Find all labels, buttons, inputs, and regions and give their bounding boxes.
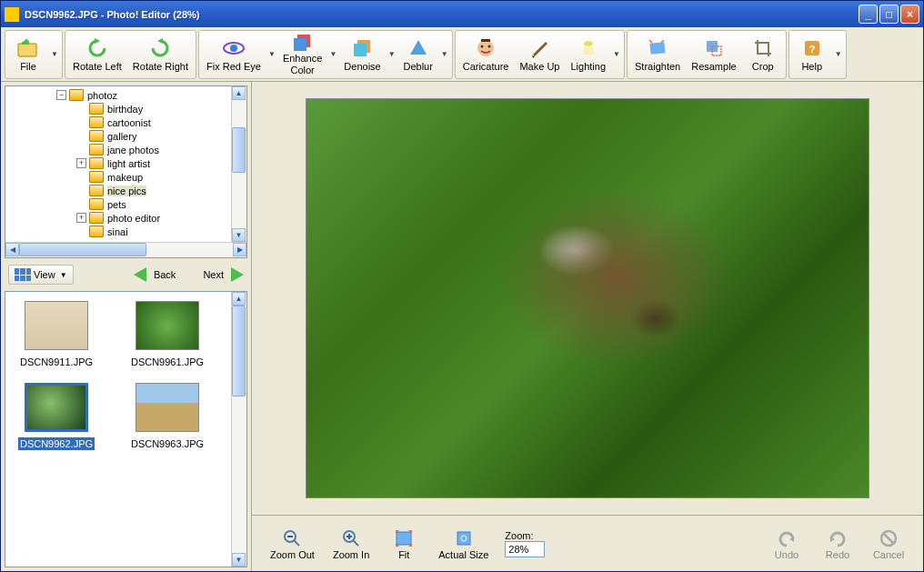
tree-item[interactable]: makeup [11, 170, 231, 184]
scroll-up-icon[interactable]: ▲ [232, 292, 246, 306]
undo-button[interactable]: Undo [761, 519, 812, 568]
thumbnail[interactable]: DSCN9962.JPG [15, 383, 98, 450]
minimize-button[interactable]: _ [859, 5, 878, 24]
zoom-input[interactable] [505, 541, 545, 557]
tree-item[interactable]: pets [11, 197, 231, 211]
folder-icon [89, 157, 104, 169]
eye-icon [222, 35, 246, 61]
thumbnail[interactable]: DSCN9963.JPG [126, 383, 209, 450]
crop-icon [753, 35, 773, 61]
thumbnail-name: DSCN9911.JPG [18, 356, 95, 368]
svg-rect-0 [18, 44, 36, 56]
deblur-button[interactable]: Deblur [397, 32, 439, 77]
svg-line-28 [883, 533, 894, 544]
folder-icon [89, 130, 104, 142]
zoom-in-icon [341, 527, 361, 549]
tree-item[interactable]: gallery [11, 129, 231, 143]
tree-item-label: makeup [107, 172, 143, 183]
tree-item[interactable]: cartoonist [11, 115, 231, 129]
thumbnails-icon [15, 268, 31, 281]
maximize-button[interactable]: □ [879, 5, 899, 24]
help-dropdown[interactable]: ▼ [833, 32, 844, 77]
thumbnail[interactable]: DSCN9911.JPG [15, 301, 98, 368]
thumbnail-image [136, 383, 199, 432]
rotate-right-button[interactable]: Rotate Right [127, 32, 194, 77]
tree-item[interactable]: +light artist [11, 156, 231, 170]
image-canvas-area[interactable] [252, 82, 923, 515]
collapse-icon[interactable]: − [56, 90, 66, 100]
window-title: DSCN9962.JPG - Photo! Editor (28%) [25, 9, 859, 20]
zoom-in-button[interactable]: Zoom In [324, 519, 378, 568]
enhance-color-button[interactable]: Enhance Color [277, 32, 327, 77]
zoom-out-button[interactable]: Zoom Out [261, 519, 324, 568]
scroll-thumb[interactable] [19, 243, 146, 256]
back-label[interactable]: Back [152, 269, 177, 280]
expand-icon[interactable]: + [76, 158, 86, 168]
deblur-dropdown[interactable]: ▼ [439, 32, 450, 77]
tree-item[interactable]: sinai [11, 225, 231, 238]
scroll-left-icon[interactable]: ◀ [5, 243, 19, 256]
file-button[interactable]: File [7, 32, 49, 77]
tree-item[interactable]: birthday [11, 102, 231, 115]
thumbnail-grid[interactable]: DSCN9911.JPGDSCN9961.JPGDSCN9962.JPGDSCN… [5, 292, 231, 567]
crop-button[interactable]: Crop [742, 32, 784, 77]
zoom-label: Zoom: [505, 530, 533, 541]
next-arrow-icon[interactable] [231, 267, 244, 282]
thumbnail-name: DSCN9963.JPG [129, 437, 206, 450]
resample-button[interactable]: Resample [686, 32, 742, 77]
svg-rect-24 [397, 532, 411, 545]
denoise-icon [352, 35, 374, 61]
tree-item-label: gallery [107, 131, 136, 142]
back-arrow-icon[interactable] [134, 267, 146, 282]
thumb-v-scrollbar[interactable]: ▲ ▼ [231, 292, 246, 567]
scroll-down-icon[interactable]: ▼ [232, 228, 246, 242]
scroll-up-icon[interactable]: ▲ [232, 86, 246, 100]
tree-item[interactable]: +photo editor [11, 211, 231, 225]
view-mode-button[interactable]: View ▼ [8, 265, 74, 285]
expand-icon[interactable]: + [76, 213, 86, 223]
straighten-button[interactable]: Straighten [629, 32, 686, 77]
tree-v-scrollbar[interactable]: ▲ ▼ [231, 86, 246, 242]
fix-red-eye-dropdown[interactable]: ▼ [266, 32, 277, 77]
thumbnail[interactable]: DSCN9961.JPG [126, 301, 209, 368]
tree-root[interactable]: − photoz [11, 88, 231, 102]
chevron-down-icon: ▼ [60, 271, 67, 279]
redo-icon [828, 527, 848, 549]
redo-button[interactable]: Redo [812, 519, 863, 568]
tree-item-label: birthday [107, 104, 143, 115]
titlebar: DSCN9962.JPG - Photo! Editor (28%) _ □ × [1, 1, 923, 27]
folder-icon [89, 116, 104, 128]
scroll-down-icon[interactable]: ▼ [232, 553, 246, 567]
tree-item[interactable]: jane photos [11, 143, 231, 156]
tree-h-scrollbar[interactable]: ◀ ▶ [5, 242, 246, 257]
scroll-thumb[interactable] [232, 127, 246, 173]
scroll-thumb[interactable] [232, 306, 246, 396]
file-dropdown[interactable]: ▼ [49, 32, 60, 77]
bottom-toolbar: Zoom Out Zoom In Fit Actual Size Zoom: [252, 515, 923, 571]
fix-red-eye-button[interactable]: Fix Red Eye [201, 32, 266, 77]
makeup-button[interactable]: Make Up [514, 32, 565, 77]
rotate-left-button[interactable]: Rotate Left [67, 32, 127, 77]
actual-size-button[interactable]: Actual Size [429, 519, 497, 568]
denoise-dropdown[interactable]: ▼ [387, 32, 397, 77]
svg-line-18 [294, 540, 299, 546]
actual-size-icon [454, 527, 474, 549]
next-label[interactable]: Next [201, 269, 226, 280]
tree-item[interactable]: nice pics [11, 184, 231, 197]
color-swatch-icon [292, 33, 314, 53]
deblur-icon [408, 35, 428, 61]
app-icon [5, 7, 19, 22]
cancel-button[interactable]: Cancel [863, 519, 914, 568]
tree-body[interactable]: − photoz birthdaycartoonistgalleryjane p… [5, 86, 231, 242]
folder-tree: − photoz birthdaycartoonistgalleryjane p… [5, 85, 247, 258]
lighting-dropdown[interactable]: ▼ [611, 32, 622, 77]
enhance-color-dropdown[interactable]: ▼ [327, 32, 338, 77]
lighting-button[interactable]: Lighting [565, 32, 611, 77]
caricature-button[interactable]: Caricature [457, 32, 515, 77]
help-button[interactable]: ? Help [791, 32, 833, 77]
fit-button[interactable]: Fit [378, 519, 429, 568]
denoise-button[interactable]: Denoise [338, 32, 386, 77]
scroll-right-icon[interactable]: ▶ [233, 243, 246, 256]
close-button[interactable]: × [900, 5, 919, 24]
folder-icon [89, 103, 104, 115]
